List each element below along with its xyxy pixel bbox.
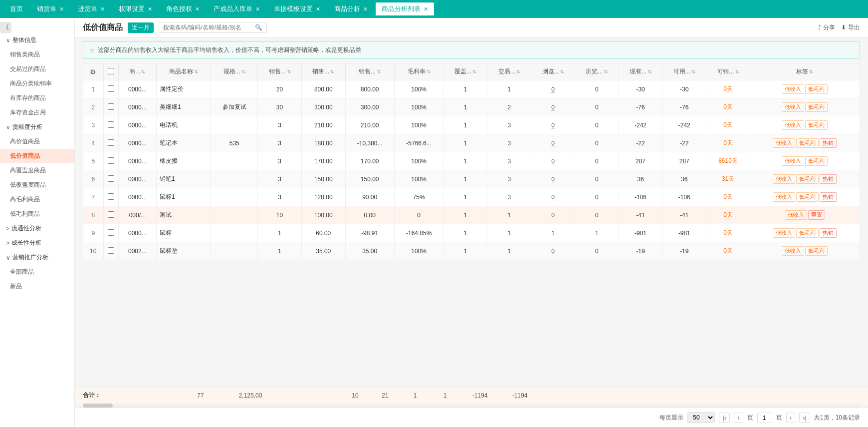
view-count1[interactable]: 0 <box>531 80 575 98</box>
sidebar-item-high-coverage[interactable]: 高覆盖度商品 <box>0 163 74 178</box>
col-name[interactable]: 商品名称⇅ <box>157 63 211 80</box>
col-spec[interactable]: 规格...⇅ <box>211 63 258 80</box>
nav-permissions[interactable]: 权限设置 ✕ <box>113 2 158 15</box>
nav-home[interactable]: 首页 <box>4 2 29 15</box>
scrollbar-thumb[interactable] <box>83 404 113 408</box>
product-name[interactable]: 鼠标1 <box>157 188 211 206</box>
row-checkbox[interactable] <box>108 175 114 182</box>
nav-purchase[interactable]: 进货单 ✕ <box>72 2 111 15</box>
sidebar-group-overall[interactable]: ∨ 整体信息 <box>0 33 74 47</box>
view-link[interactable]: 0 <box>551 122 555 129</box>
close-icon[interactable]: ✕ <box>195 6 200 12</box>
prev-page-button[interactable]: ‹ <box>734 413 743 423</box>
sidebar-item-sales-products[interactable]: 销售类商品 <box>0 47 74 62</box>
row-checkbox[interactable] <box>108 139 114 146</box>
col-settings[interactable]: ⚙ <box>83 63 104 80</box>
view-link[interactable]: 0 <box>551 86 555 93</box>
search-icon[interactable]: 🔍 <box>255 24 262 31</box>
col-tags[interactable]: 标签⇅ <box>750 63 860 80</box>
product-name[interactable]: 电话机 <box>157 116 211 134</box>
sidebar-item-high-margin[interactable]: 高毛利商品 <box>0 192 74 207</box>
col-sales2[interactable]: 销售...⇅ <box>301 63 345 80</box>
search-input[interactable] <box>163 24 253 31</box>
share-button[interactable]: ⤴ 分享 <box>818 23 835 32</box>
col-current[interactable]: 现有...⇅ <box>619 63 662 80</box>
export-button[interactable]: ⬇ 导出 <box>841 23 860 32</box>
row-checkbox[interactable] <box>108 157 114 164</box>
nav-product-analysis[interactable]: 商品分析 ✕ <box>328 2 374 15</box>
view-count1[interactable]: 0 <box>531 134 575 152</box>
product-name[interactable]: 铅笔1 <box>157 170 211 188</box>
time-badge[interactable]: 近一月 <box>128 22 154 33</box>
sidebar-item-low-value[interactable]: 低价值商品 <box>0 149 74 163</box>
sidebar-item-stock-funds[interactable]: 库存资金占用 <box>0 105 74 120</box>
product-name[interactable]: 鼠标 <box>157 224 211 242</box>
sidebar-item-low-coverage[interactable]: 低覆盖度商品 <box>0 178 74 192</box>
row-checkbox[interactable] <box>108 211 114 218</box>
col-code[interactable]: 商...⇅ <box>118 63 156 80</box>
first-page-button[interactable]: |‹ <box>719 413 730 423</box>
view-link[interactable]: 0 <box>551 158 555 165</box>
col-margin[interactable]: 毛利率⇅ <box>394 63 443 80</box>
sidebar-group-growth[interactable]: > 成长性分析 <box>0 236 74 250</box>
sidebar-item-new-products[interactable]: 新品 <box>0 279 74 294</box>
product-name[interactable]: 吴细细1 <box>157 98 211 116</box>
sidebar-group-contribution[interactable]: ∨ 贡献度分析 <box>0 120 74 134</box>
nav-roles[interactable]: 角色授权 ✕ <box>160 2 206 15</box>
sidebar-collapse-btn[interactable]: 《 <box>0 22 11 33</box>
view-count1[interactable]: 0 <box>531 242 575 260</box>
close-icon[interactable]: ✕ <box>59 6 64 12</box>
row-checkbox[interactable] <box>108 103 114 110</box>
close-icon[interactable]: ✕ <box>424 6 428 12</box>
nav-product-analysis-list[interactable]: 商品分析列表 ✕ <box>376 2 434 15</box>
close-icon[interactable]: ✕ <box>363 6 368 12</box>
view-link[interactable]: 0 <box>551 104 555 111</box>
nav-products-in[interactable]: 产成品入库单 ✕ <box>208 2 266 15</box>
view-link[interactable]: 0 <box>551 212 555 219</box>
nav-template[interactable]: 单据模板设置 ✕ <box>268 2 326 15</box>
view-count1[interactable]: 0 <box>531 152 575 170</box>
page-input[interactable] <box>757 413 772 423</box>
sidebar-item-in-stock[interactable]: 有库存的商品 <box>0 91 74 105</box>
col-trade[interactable]: 交易...⇅ <box>487 63 531 80</box>
row-checkbox[interactable] <box>108 85 114 92</box>
product-name[interactable]: 属性定价 <box>157 80 211 98</box>
row-checkbox[interactable] <box>108 229 114 236</box>
view-count1[interactable]: 0 <box>531 98 575 116</box>
row-checkbox[interactable] <box>108 121 114 128</box>
row-checkbox[interactable] <box>108 193 114 200</box>
sidebar-item-traded[interactable]: 交易过的商品 <box>0 62 74 76</box>
view-link[interactable]: 0 <box>551 194 555 201</box>
product-name[interactable]: 鼠标垫 <box>157 242 211 260</box>
close-icon[interactable]: ✕ <box>148 6 152 12</box>
col-view1[interactable]: 浏览...⇅ <box>531 63 575 80</box>
view-count1[interactable]: 0 <box>531 188 575 206</box>
close-icon[interactable]: ✕ <box>255 6 260 12</box>
col-available[interactable]: 可用...⇅ <box>662 63 706 80</box>
col-coverage[interactable]: 覆盖...⇅ <box>443 63 487 80</box>
sidebar-item-low-margin[interactable]: 低毛利商品 <box>0 207 74 221</box>
view-link[interactable]: 0 <box>551 140 555 147</box>
product-name[interactable]: 笔记本 <box>157 134 211 152</box>
view-link[interactable]: 0 <box>551 248 555 255</box>
view-link[interactable]: 0 <box>551 176 555 183</box>
row-checkbox[interactable] <box>108 247 114 254</box>
col-sellable[interactable]: 可销...⇅ <box>706 63 750 80</box>
view-count1[interactable]: 0 <box>531 116 575 134</box>
col-sales3[interactable]: 销售...⇅ <box>345 63 394 80</box>
nav-sales[interactable]: 销货单 ✕ <box>31 2 70 15</box>
view-count1[interactable]: 0 <box>531 170 575 188</box>
next-page-button[interactable]: › <box>786 413 795 423</box>
sidebar-item-high-value[interactable]: 高价值商品 <box>0 134 74 149</box>
close-icon[interactable]: ✕ <box>100 6 105 12</box>
horizontal-scrollbar[interactable] <box>83 404 860 408</box>
select-all-checkbox[interactable] <box>108 68 114 74</box>
view-count1[interactable]: 1 <box>531 224 575 242</box>
view-count1[interactable]: 0 <box>531 206 575 224</box>
page-size-select[interactable]: 50 100 <box>687 412 715 423</box>
sidebar-group-marketing[interactable]: ∨ 营销推广分析 <box>0 250 74 265</box>
col-view2[interactable]: 浏览...⇅ <box>575 63 619 80</box>
sidebar-item-category-rate[interactable]: 商品分类助销率 <box>0 76 74 91</box>
col-sales1[interactable]: 销售...⇅ <box>258 63 302 80</box>
view-link[interactable]: 1 <box>551 230 555 237</box>
